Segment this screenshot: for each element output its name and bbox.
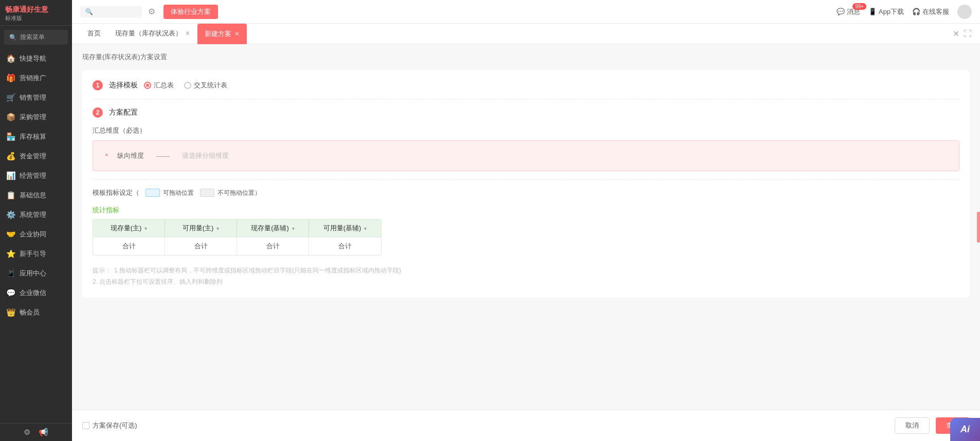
immovable-indicator: 不可拖动位置） [200, 189, 261, 197]
trial-button[interactable]: 体验行业方案 [164, 5, 218, 19]
tab-new-scheme[interactable]: 新建方案 ✕ [197, 24, 247, 44]
handshake-icon: 🤝 [6, 230, 15, 239]
sidebar-item-cooperation[interactable]: 🤝 企业协同 [0, 225, 72, 244]
home-icon: 🏠 [6, 54, 15, 63]
sidebar-item-marketing[interactable]: 🎁 营销推广 [0, 68, 72, 88]
topbar-search-box[interactable]: 🔍 [80, 6, 142, 17]
online-service-label: 在线客服 [922, 7, 949, 16]
tab-inventory-close[interactable]: ✕ [185, 30, 190, 37]
movable-indicator: 可拖动位置 [146, 189, 194, 197]
metrics-table-header: 现存量(主) ▾ 可用量(主) ▾ 现存量(基辅) ▾ 可用量(基辅) ▾ [93, 219, 381, 237]
sidebar-search[interactable]: 🔍 搜索菜单 [4, 30, 68, 45]
gift-icon: 🎁 [6, 74, 15, 83]
radio-cross[interactable]: 交叉统计表 [184, 81, 227, 90]
topbar-search-icon: 🔍 [85, 8, 93, 15]
message-badge[interactable]: 💬 消息 99+ [837, 7, 860, 16]
sidebar-item-basic-label: 基础信息 [20, 191, 46, 200]
sidebar-item-wechat[interactable]: 💬 企业微信 [0, 283, 72, 303]
step1-badge: 1 [93, 80, 103, 90]
step1-title: 选择模板 [109, 81, 138, 90]
sidebar-item-marketing-label: 营销推广 [20, 74, 46, 83]
chevron-3: ▾ [364, 226, 367, 231]
sidebar-item-operation[interactable]: 📊 经营管理 [0, 166, 72, 186]
col-header-0[interactable]: 现存量(主) ▾ [93, 219, 165, 237]
sidebar-item-finance[interactable]: 💰 资金管理 [0, 146, 72, 166]
user-avatar[interactable] [957, 5, 972, 19]
dimension-label: 汇总维度（必选） [93, 126, 959, 135]
sidebar-item-quicknav[interactable]: 🏠 快捷导航 [0, 49, 72, 68]
topbar-gear-icon[interactable]: ⚙ [148, 7, 155, 16]
page-title: 现存量(库存状况表)方案设置 [82, 52, 970, 62]
stats-section-label: 统计指标 [93, 206, 959, 215]
sidebar-item-newbie[interactable]: ⭐ 新手引导 [0, 244, 72, 264]
col-header-3[interactable]: 可用量(基辅) ▾ [309, 219, 381, 237]
col-header-2[interactable]: 现存量(基辅) ▾ [237, 219, 309, 237]
sidebar-item-wechat-label: 企业微信 [20, 288, 46, 298]
sidebar-item-sales[interactable]: 🛒 销售管理 [0, 88, 72, 107]
radio-summary-circle [144, 82, 151, 89]
cancel-button[interactable]: 取消 [895, 417, 930, 434]
sidebar-item-basic[interactable]: 📋 基础信息 [0, 186, 72, 205]
cell-1: 合计 [165, 237, 237, 255]
movable-label: 可拖动位置 [163, 189, 194, 197]
star-icon: ⭐ [6, 249, 15, 259]
download-icon: 📱 [868, 8, 877, 15]
cell-0: 合计 [93, 237, 165, 255]
sidebar-item-cooperation-label: 企业协同 [20, 230, 46, 239]
save-scheme-checkbox-label[interactable]: 方案保存(可选) [82, 421, 137, 430]
sidebar-item-system[interactable]: ⚙️ 系统管理 [0, 205, 72, 225]
dimension-select-box[interactable]: * 纵向维度 —— 请选择分组维度 [93, 140, 959, 171]
message-icon: 💬 [837, 8, 845, 15]
speaker-footer-icon[interactable]: 📢 [39, 428, 48, 437]
close-window-icon[interactable]: ✕ [953, 29, 959, 39]
col-label-3: 可用量(基辅) [323, 224, 361, 233]
cart-icon: 🛒 [6, 93, 15, 102]
tab-new-scheme-close[interactable]: ✕ [234, 30, 240, 38]
online-service-btn[interactable]: 🎧 在线客服 [912, 7, 949, 16]
sidebar-item-apps[interactable]: 📱 应用中心 [0, 264, 72, 283]
sidebar-item-purchase[interactable]: 📦 采购管理 [0, 107, 72, 127]
save-scheme-checkbox[interactable] [82, 422, 89, 429]
metrics-table-body: 合计 合计 合计 合计 [93, 237, 381, 255]
radio-summary-label: 汇总表 [154, 81, 174, 90]
col-label-2: 现存量(基辅) [251, 224, 289, 233]
settings-footer-icon[interactable]: ⚙ [24, 428, 30, 437]
expand-window-icon[interactable]: ⛶ [964, 29, 972, 39]
headset-icon: 🎧 [912, 8, 920, 15]
money-icon: 💰 [6, 152, 15, 161]
box-icon: 📦 [6, 113, 15, 122]
message-count: 99+ [852, 3, 866, 10]
sidebar-item-inventory[interactable]: 🏪 库存核算 [0, 127, 72, 146]
sidebar: 畅康通好生意 标准版 🔍 搜索菜单 🏠 快捷导航 🎁 营销推广 🛒 销售管理 📦… [0, 0, 72, 441]
template-setting-label: 模板指标设定（ [93, 188, 139, 197]
col-header-1[interactable]: 可用量(主) ▾ [165, 219, 237, 237]
right-panel-handle[interactable] [977, 212, 980, 243]
tab-inventory[interactable]: 现存量（库存状况表） ✕ [108, 24, 197, 44]
sidebar-search-label: 搜索菜单 [20, 33, 45, 42]
radio-summary[interactable]: 汇总表 [144, 81, 174, 90]
chevron-2: ▾ [292, 226, 295, 231]
sidebar-item-newbie-label: 新手引导 [20, 249, 46, 259]
app-download-btn[interactable]: 📱 App下载 [868, 7, 904, 16]
sidebar-item-member-label: 畅会员 [20, 308, 40, 317]
topbar: 🔍 ⚙ 体验行业方案 💬 消息 99+ 📱 App下载 🎧 在线客服 [72, 0, 980, 24]
app-edition: 标准版 [5, 14, 67, 22]
sidebar-item-quicknav-label: 快捷导航 [20, 54, 46, 63]
tip-prefix: 提示： [93, 265, 111, 277]
chevron-1: ▾ [216, 226, 219, 231]
vertical-label: 纵向维度 [117, 151, 144, 160]
clipboard-icon: 📋 [6, 191, 15, 200]
app-download-label: App下载 [879, 7, 904, 16]
chart-icon: 📊 [6, 171, 15, 180]
sidebar-item-apps-label: 应用中心 [20, 269, 46, 278]
step2-badge: 2 [93, 107, 103, 118]
crown-icon: 👑 [6, 308, 15, 317]
radio-cross-label: 交叉统计表 [194, 81, 227, 90]
sidebar-item-member[interactable]: 👑 畅会员 [0, 303, 72, 322]
ai-fab-button[interactable]: Ai [950, 418, 980, 441]
main-area: 🔍 ⚙ 体验行业方案 💬 消息 99+ 📱 App下载 🎧 在线客服 首页 [72, 0, 980, 441]
tab-inventory-label: 现存量（库存状况表） [115, 29, 182, 38]
chat-icon: 💬 [6, 288, 15, 298]
tab-home[interactable]: 首页 [80, 24, 108, 44]
divider2 [93, 179, 959, 180]
